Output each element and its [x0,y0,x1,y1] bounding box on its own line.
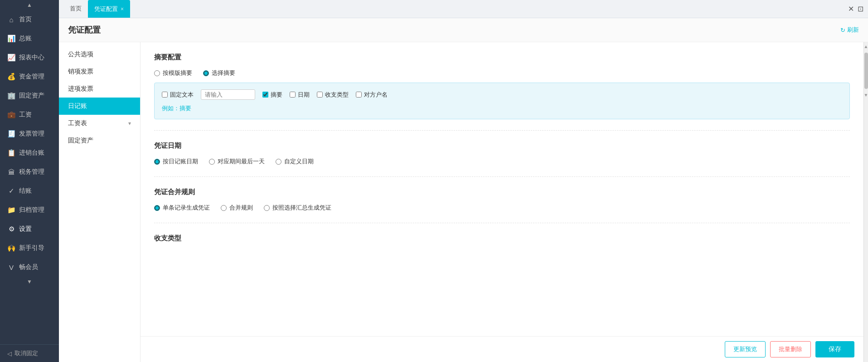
tax-icon: 🏛 [7,168,15,176]
bottom-actions: 更新预览 批量删除 保存 [141,336,863,362]
summary-checkbox-row: 固定文本 摘要 日期 [162,89,842,100]
nav-item-public[interactable]: 公共选项 [59,46,140,63]
main-area: 首页 凭证配置 × ✕ ⊡ 凭证配置 ↻ 刷新 公共选项 [59,0,868,362]
summary-config-box: 固定文本 摘要 日期 [154,83,850,119]
invoice-icon: 🧾 [7,130,15,138]
sidebar-scroll-up[interactable]: ▲ [0,0,59,10]
radio-single[interactable]: 单条记录生成凭证 [154,204,210,212]
summary-input[interactable] [262,92,268,98]
sidebar-item-invoice[interactable]: 🧾 发票管理 [0,124,59,143]
sidebar-item-funds[interactable]: 💰 资金管理 [0,67,59,86]
nav-item-sales[interactable]: 销项发票 [59,63,140,80]
merge-rule-group: 单条记录生成凭证 合并规则 按照选择汇总生成凭证 [154,204,850,212]
refresh-button[interactable]: ↻ 刷新 [840,26,859,34]
radio-period-last[interactable]: 对应期间最后一天 [209,157,265,166]
income-type-input[interactable] [317,92,323,98]
merge-rule-title: 凭证合并规则 [154,188,850,196]
voucher-date-section: 凭证日期 按日记账日期 对应期间最后一天 [154,142,850,177]
radio-template-input[interactable] [154,70,160,76]
checkbox-income-type[interactable]: 收支类型 [317,91,349,99]
batch-delete-button[interactable]: 批量删除 [770,341,811,357]
window-close-icon[interactable]: ✕ [848,5,854,13]
sidebar-item-guide[interactable]: 🙌 新手引导 [0,239,59,258]
counterpart-input[interactable] [356,92,362,98]
checkbox-summary[interactable]: 摘要 [262,91,282,99]
archive-icon: 📁 [7,206,15,214]
window-restore-icon[interactable]: ⊡ [858,5,863,13]
sidebar-item-reports[interactable]: 📈 报表中心 [0,48,59,67]
sidebar-item-assets[interactable]: 🏢 固定资产 [0,86,59,105]
income-type-title: 收支类型 [154,234,850,243]
voucher-date-group: 按日记账日期 对应期间最后一天 自定义日期 [154,157,850,166]
assets-icon: 🏢 [7,92,15,100]
sidebar-item-salary[interactable]: 💼 工资 [0,105,59,124]
summary-section: 摘要配置 按模版摘要 选择摘要 [154,53,850,131]
radio-single-input[interactable] [154,205,160,211]
radio-period-last-input[interactable] [209,159,215,165]
save-button[interactable]: 保存 [815,341,854,357]
radio-merge-input[interactable] [221,205,227,211]
fixed-text-field[interactable] [201,89,255,100]
vip-icon: V [7,264,15,271]
voucher-date-title: 凭证日期 [154,142,850,150]
left-nav: 公共选项 销项发票 进项发票 日记账 工资表 ▾ 固定资产 [59,42,141,362]
merge-rule-section: 凭证合并规则 单条记录生成凭证 合并规则 [154,188,850,223]
radio-by-selection-input[interactable] [264,205,270,211]
cancel-pin-button[interactable]: ◁ 取消固定 [0,344,59,362]
summary-example: 例如：摘要 [162,104,842,113]
update-preview-button[interactable]: 更新预览 [725,341,766,357]
tab-home[interactable]: 首页 [63,0,88,18]
radio-by-selection[interactable]: 按照选择汇总生成凭证 [264,204,331,212]
sidebar-item-home[interactable]: ⌂ 首页 [0,10,59,29]
sidebar-item-settings[interactable]: ⚙ 设置 [0,220,59,239]
radio-select-input[interactable] [203,70,209,76]
sidebar-item-vip[interactable]: V 畅会员 [0,258,59,277]
nav-item-journal[interactable]: 日记账 [59,98,140,115]
guide-icon: 🙌 [7,244,15,252]
content-layout: 公共选项 销项发票 进项发票 日记账 工资表 ▾ 固定资产 [59,42,868,362]
radio-select-mode[interactable]: 选择摘要 [203,69,235,77]
refresh-icon: ↻ [840,27,845,34]
settle-icon: ✓ [7,187,15,195]
home-icon: ⌂ [7,16,15,24]
scrollbar: ▲ ▼ [863,42,868,362]
nav-item-fixed[interactable]: 固定资产 [59,132,140,149]
sidebar: ▲ ⌂ 首页 📊 总账 📈 报表中心 💰 资金管理 🏢 固定资产 💼 工资 🧾 … [0,0,59,362]
nav-item-payroll[interactable]: 工资表 ▾ [59,115,140,132]
salary-icon: 💼 [7,111,15,119]
nav-item-purchase[interactable]: 进项发票 [59,80,140,98]
sidebar-item-archive[interactable]: 📁 归档管理 [0,201,59,220]
scrollbar-thumb[interactable] [864,53,868,89]
radio-merge[interactable]: 合并规则 [221,204,253,212]
page-title: 凭证配置 [68,24,101,35]
fixed-text-input[interactable] [162,92,168,98]
tab-close-button[interactable]: × [121,6,124,12]
radio-custom-date[interactable]: 自定义日期 [276,157,314,166]
radio-journal-date-input[interactable] [154,159,160,165]
summary-title: 摘要配置 [154,53,850,62]
right-content: 摘要配置 按模版摘要 选择摘要 [141,42,863,336]
sidebar-item-tax[interactable]: 🏛 税务管理 [0,162,59,181]
sidebar-item-inout[interactable]: 📋 进销台账 [0,143,59,162]
page-container: 凭证配置 ↻ 刷新 公共选项 销项发票 进项发票 日记账 [59,18,868,362]
tab-bar-actions: ✕ ⊡ [848,5,863,13]
date-input[interactable] [290,92,296,98]
settings-icon: ⚙ [7,225,15,233]
tab-bar: 首页 凭证配置 × ✕ ⊡ [59,0,868,18]
sidebar-item-ledger[interactable]: 📊 总账 [0,29,59,48]
income-type-section: 收支类型 [154,234,850,261]
tab-voucher-config[interactable]: 凭证配置 × [88,0,130,18]
checkbox-counterpart[interactable]: 对方户名 [356,91,388,99]
sidebar-item-settle[interactable]: ✓ 结账 [0,181,59,201]
inout-icon: 📋 [7,149,15,157]
chevron-down-icon: ▾ [128,120,131,127]
sidebar-scroll-down[interactable]: ▼ [0,277,59,287]
summary-mode-group: 按模版摘要 选择摘要 [154,69,850,77]
funds-icon: 💰 [7,73,15,81]
page-header: 凭证配置 ↻ 刷新 [59,18,868,42]
checkbox-date[interactable]: 日期 [290,91,310,99]
radio-template-mode[interactable]: 按模版摘要 [154,69,192,77]
radio-custom-date-input[interactable] [276,159,281,165]
radio-journal-date[interactable]: 按日记账日期 [154,157,198,166]
checkbox-fixed-text[interactable]: 固定文本 [162,91,194,99]
